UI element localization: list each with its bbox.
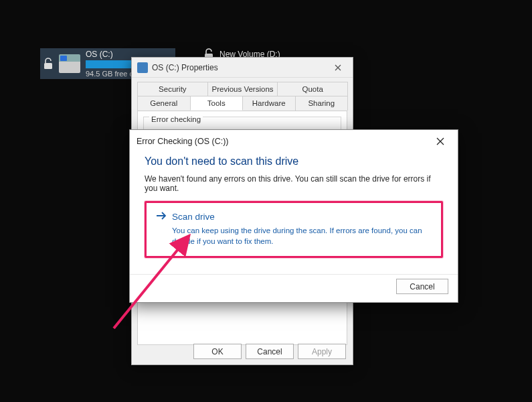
drive-icon (59, 54, 80, 73)
cancel-button[interactable]: Cancel (396, 279, 448, 294)
drive-icon (137, 62, 148, 73)
properties-tabstrip: Security Previous Versions Quota General… (132, 78, 353, 111)
error-checking-headline: You don't need to scan this drive (145, 155, 443, 168)
properties-titlebar[interactable]: OS (C:) Properties (132, 58, 353, 78)
scan-drive-option[interactable]: Scan drive You can keep using the drive … (145, 201, 443, 258)
tab-security[interactable]: Security (137, 82, 208, 96)
error-checking-titlebar[interactable]: Error Checking (OS (C:)) (130, 130, 458, 153)
scan-drive-description: You can keep using the drive during the … (156, 225, 432, 247)
close-button[interactable] (329, 60, 347, 75)
cancel-button[interactable]: Cancel (246, 344, 294, 359)
groupbox-title: Error checking (149, 115, 203, 123)
tab-hardware[interactable]: Hardware (242, 96, 296, 111)
properties-title: OS (C:) Properties (152, 63, 329, 72)
tab-tools[interactable]: Tools (190, 96, 244, 111)
apply-button[interactable]: Apply (298, 344, 346, 359)
error-checking-body: We haven't found any errors on this driv… (145, 174, 443, 193)
scan-drive-title: Scan drive (172, 212, 215, 222)
error-checking-dialog: Error Checking (OS (C:)) You don't need … (129, 129, 458, 303)
arrow-right-icon (156, 211, 167, 222)
unlock-icon (43, 58, 54, 70)
close-button[interactable] (430, 133, 451, 150)
tab-sharing[interactable]: Sharing (295, 96, 349, 111)
ok-button[interactable]: OK (193, 344, 242, 359)
tab-previous-versions[interactable]: Previous Versions (207, 82, 278, 96)
error-checking-title: Error Checking (OS (C:)) (137, 137, 430, 146)
svg-rect-0 (44, 63, 52, 69)
tab-quota[interactable]: Quota (277, 82, 348, 96)
tab-general[interactable]: General (137, 96, 191, 111)
